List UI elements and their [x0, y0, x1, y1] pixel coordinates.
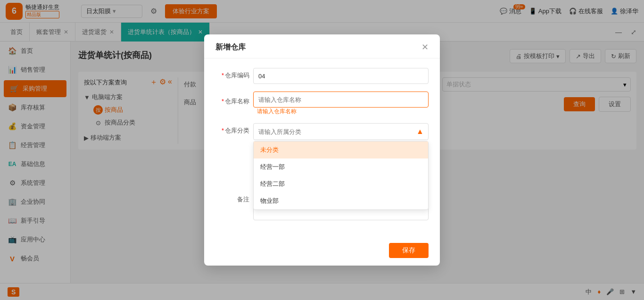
- name-error-message: 请输入仓库名称: [257, 108, 297, 115]
- modal-close-button[interactable]: ✕: [421, 42, 429, 52]
- category-input[interactable]: [254, 124, 412, 140]
- category-toggle-icon[interactable]: ▲: [412, 124, 428, 140]
- dropdown-item-dept2[interactable]: 经营二部: [254, 175, 428, 192]
- category-wrapper: ▲ 未分类 经营一部 经营二部 物业部: [253, 123, 429, 140]
- modal-save-button[interactable]: 保存: [389, 243, 429, 258]
- modal-header: 新增仓库 ✕: [204, 34, 440, 58]
- modal-footer: 保存: [204, 237, 440, 266]
- note-label: 备注: [215, 192, 253, 204]
- warehouse-code-field: 仓库编码: [215, 68, 429, 84]
- modal-title: 新增仓库: [215, 42, 246, 52]
- new-warehouse-modal: 新增仓库 ✕ 仓库编码 仓库名称 请输入仓库名称 仓库分类: [204, 34, 440, 266]
- modal-overlay[interactable]: 新增仓库 ✕ 仓库编码 仓库名称 请输入仓库名称 仓库分类: [0, 0, 644, 300]
- warehouse-name-field: 仓库名称 请输入仓库名称: [215, 92, 429, 116]
- name-label: 仓库名称: [215, 94, 253, 106]
- category-dropdown: 未分类 经营一部 经营二部 物业部: [253, 141, 429, 210]
- code-label: 仓库编码: [215, 68, 253, 80]
- warehouse-code-input[interactable]: [253, 68, 429, 84]
- dropdown-item-uncategorized[interactable]: 未分类: [254, 142, 428, 158]
- warehouse-name-input[interactable]: [253, 92, 429, 108]
- modal-body: 仓库编码 仓库名称 请输入仓库名称 仓库分类 ▲: [204, 58, 440, 237]
- category-label: 仓库分类: [215, 123, 253, 135]
- category-input-wrapper: ▲: [253, 123, 429, 140]
- warehouse-category-field: 仓库分类 ▲ 未分类 经营一部 经营二部 物业部: [215, 123, 429, 140]
- dropdown-item-dept1[interactable]: 经营一部: [254, 158, 428, 175]
- dropdown-item-property[interactable]: 物业部: [254, 192, 428, 209]
